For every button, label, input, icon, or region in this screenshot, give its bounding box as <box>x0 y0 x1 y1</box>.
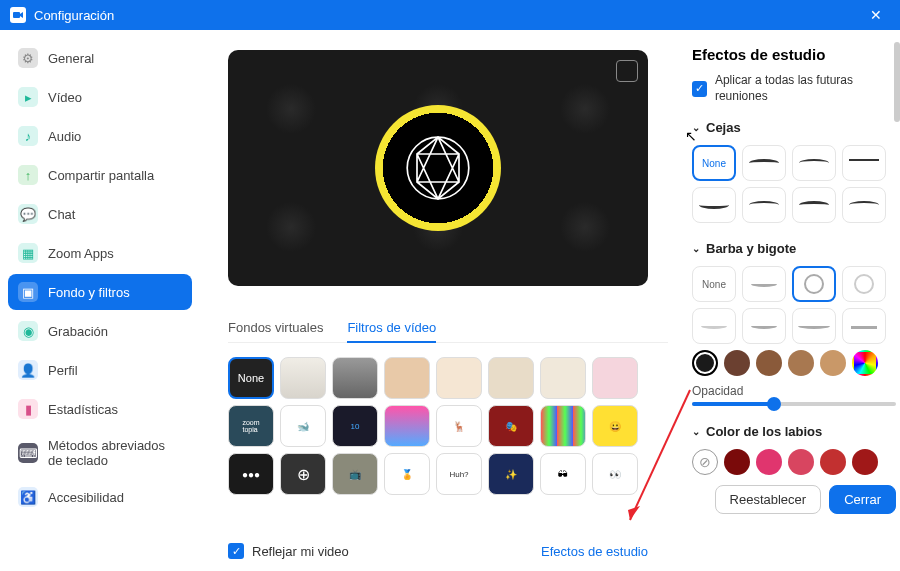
color-swatch[interactable] <box>724 350 750 376</box>
color-swatch[interactable] <box>692 350 718 376</box>
beard-option[interactable] <box>792 266 836 302</box>
audio-icon: ♪ <box>18 126 38 146</box>
filter-thumb[interactable] <box>592 357 638 399</box>
mirror-checkbox[interactable]: ✓ Reflejar mi video <box>228 543 349 559</box>
brow-option[interactable] <box>742 187 786 223</box>
sidebar-item-profile[interactable]: 👤Perfil <box>8 352 192 388</box>
color-swatch[interactable] <box>756 449 782 475</box>
tab-video-filters[interactable]: Filtros de vídeo <box>347 314 436 343</box>
beard-option[interactable] <box>842 308 886 344</box>
color-picker[interactable] <box>852 350 878 376</box>
filter-grid: None zoomtopia 🐋 10 🦌 🎭 😀 ●●● ⊕ 📺 <box>228 357 648 507</box>
main-content: Fondos virtuales Filtros de vídeo None z… <box>200 30 680 571</box>
filter-thumb[interactable] <box>384 357 430 399</box>
close-icon[interactable]: ✕ <box>862 3 890 27</box>
sidebar-item-recording[interactable]: ◉Grabación <box>8 313 192 349</box>
video-preview <box>228 50 648 286</box>
filter-thumb[interactable]: 🐋 <box>280 405 326 447</box>
section-toggle[interactable]: ⌄Cejas <box>692 120 896 135</box>
color-swatch[interactable] <box>820 449 846 475</box>
camera-lens <box>375 105 501 231</box>
check-icon: ✓ <box>228 543 244 559</box>
brow-none[interactable]: None <box>692 145 736 181</box>
window-title: Configuración <box>34 8 114 23</box>
lip-colors: ⊘ <box>692 449 896 475</box>
filter-thumb[interactable] <box>436 357 482 399</box>
studio-effects-link[interactable]: Efectos de estudio <box>541 544 648 559</box>
color-swatch[interactable] <box>788 449 814 475</box>
brow-option[interactable] <box>742 145 786 181</box>
brow-option[interactable] <box>842 145 886 181</box>
tabs: Fondos virtuales Filtros de vídeo <box>228 314 668 343</box>
sidebar-item-access[interactable]: ♿Accesibilidad <box>8 479 192 515</box>
sidebar-item-chat[interactable]: 💬Chat <box>8 196 192 232</box>
filter-thumb[interactable]: ✨ <box>488 453 534 495</box>
filter-thumb[interactable]: 👀 <box>592 453 638 495</box>
record-icon: ◉ <box>18 321 38 341</box>
color-swatch[interactable] <box>820 350 846 376</box>
section-beard: ⌄Barba y bigote None Opacidad <box>692 241 896 406</box>
section-toggle[interactable]: ⌄Barba y bigote <box>692 241 896 256</box>
reset-button[interactable]: Reestablecer <box>715 485 822 514</box>
brow-option[interactable] <box>842 187 886 223</box>
filter-thumb[interactable]: 😀 <box>592 405 638 447</box>
profile-icon: 👤 <box>18 360 38 380</box>
sidebar-item-general[interactable]: ⚙General <box>8 40 192 76</box>
sidebar-item-apps[interactable]: ▦Zoom Apps <box>8 235 192 271</box>
filter-thumb[interactable] <box>540 405 586 447</box>
apply-all-checkbox[interactable]: ✓ Aplicar a todas las futuras reuniones <box>692 73 896 104</box>
color-swatch[interactable] <box>788 350 814 376</box>
sidebar-item-screen[interactable]: ↑Compartir pantalla <box>8 157 192 193</box>
filter-none[interactable]: None <box>228 357 274 399</box>
filter-thumb[interactable]: ●●● <box>228 453 274 495</box>
section-toggle[interactable]: ⌄Color de los labios <box>692 424 896 439</box>
brow-option[interactable] <box>792 187 836 223</box>
sidebar-item-audio[interactable]: ♪Audio <box>8 118 192 154</box>
panel-title: Efectos de estudio <box>692 46 896 63</box>
brow-option[interactable] <box>792 145 836 181</box>
gear-icon: ⚙ <box>18 48 38 68</box>
chat-icon: 💬 <box>18 204 38 224</box>
filter-thumb[interactable] <box>540 357 586 399</box>
filter-thumb[interactable]: 🦌 <box>436 405 482 447</box>
color-swatch[interactable] <box>756 350 782 376</box>
color-swatch[interactable] <box>852 449 878 475</box>
filter-thumb[interactable]: 🕶 <box>540 453 586 495</box>
filter-thumb[interactable]: Huh? <box>436 453 482 495</box>
beard-option[interactable] <box>792 308 836 344</box>
opacity-slider[interactable]: Opacidad <box>692 384 896 406</box>
beard-option[interactable] <box>742 308 786 344</box>
filter-thumb[interactable]: 🏅 <box>384 453 430 495</box>
sidebar-item-shortcuts[interactable]: ⌨Métodos abreviados de teclado <box>8 430 192 476</box>
background-icon: ▣ <box>18 282 38 302</box>
close-button[interactable]: Cerrar <box>829 485 896 514</box>
filter-thumb[interactable]: 🎭 <box>488 405 534 447</box>
filter-thumb[interactable]: 📺 <box>332 453 378 495</box>
filter-thumb[interactable] <box>332 357 378 399</box>
beard-none[interactable]: None <box>692 266 736 302</box>
sidebar: ⚙General ▸Vídeo ♪Audio ↑Compartir pantal… <box>0 30 200 571</box>
filter-thumb[interactable]: 10 <box>332 405 378 447</box>
filter-thumb[interactable] <box>280 357 326 399</box>
filter-thumb[interactable] <box>384 405 430 447</box>
chevron-down-icon: ⌄ <box>692 122 700 133</box>
panel-scrollbar[interactable] <box>894 42 900 122</box>
filter-thumb[interactable] <box>488 357 534 399</box>
color-swatch[interactable] <box>724 449 750 475</box>
beard-option[interactable] <box>742 266 786 302</box>
expand-icon[interactable] <box>616 60 638 82</box>
sidebar-item-stats[interactable]: ▮Estadísticas <box>8 391 192 427</box>
share-icon: ↑ <box>18 165 38 185</box>
section-lips: ⌄Color de los labios ⊘ <box>692 424 896 475</box>
sidebar-item-background[interactable]: ▣Fondo y filtros <box>8 274 192 310</box>
studio-effects-panel: Efectos de estudio ✓ Aplicar a todas las… <box>680 30 900 571</box>
video-icon: ▸ <box>18 87 38 107</box>
beard-option[interactable] <box>692 308 736 344</box>
sidebar-item-video[interactable]: ▸Vídeo <box>8 79 192 115</box>
filter-thumb[interactable]: ⊕ <box>280 453 326 495</box>
color-none[interactable]: ⊘ <box>692 449 718 475</box>
brow-option[interactable] <box>692 187 736 223</box>
tab-virtual-backgrounds[interactable]: Fondos virtuales <box>228 314 323 342</box>
filter-thumb[interactable]: zoomtopia <box>228 405 274 447</box>
beard-option[interactable] <box>842 266 886 302</box>
